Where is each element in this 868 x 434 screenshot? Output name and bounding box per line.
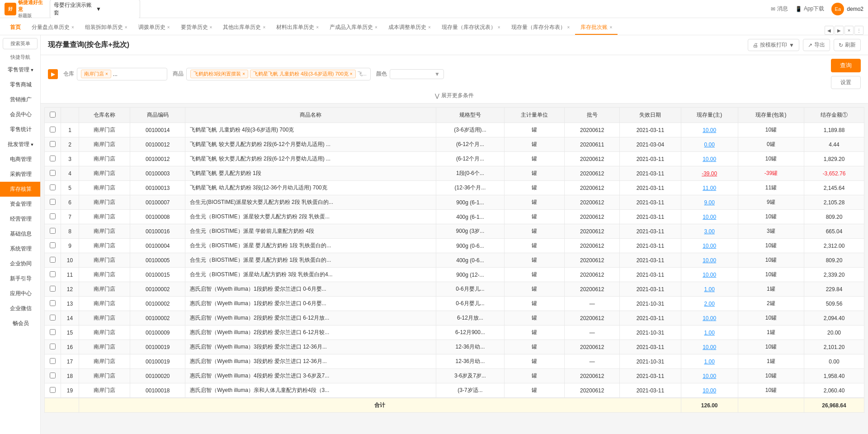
sidebar-item-ecommerce[interactable]: 电商管理: [0, 152, 40, 167]
tab-pici[interactable]: 库存批次账 ×: [575, 21, 618, 35]
row-check[interactable]: [45, 297, 61, 311]
filter-expand-arrow[interactable]: ▶: [48, 69, 58, 79]
row-stock-main[interactable]: 10.00: [681, 253, 738, 268]
row-check[interactable]: [45, 340, 61, 354]
product-input[interactable]: 飞鹤奶粉3段闲置摆装 × 飞鹤星飞帆 儿童奶粉 4段(3-6岁适用) 700克 …: [186, 68, 371, 80]
row-check[interactable]: [45, 123, 61, 137]
product-tag-1-close[interactable]: ×: [242, 71, 245, 76]
nav-next-btn[interactable]: ▶: [835, 26, 844, 35]
tab-zuche[interactable]: 组装拆卸单历史 ×: [80, 21, 133, 35]
sidebar-item-wechat[interactable]: 企业微信: [0, 301, 40, 316]
row-check[interactable]: [45, 253, 61, 268]
sidebar-item-shop[interactable]: 零售商城: [0, 77, 40, 92]
tab-xianzai2-close[interactable]: ×: [567, 25, 570, 30]
tab-yaohu-close[interactable]: ×: [210, 25, 212, 30]
color-dropdown[interactable]: ▼: [390, 69, 444, 79]
select-all-checkbox[interactable]: [50, 112, 56, 118]
tab-cailiao-close[interactable]: ×: [316, 25, 319, 30]
row-stock-main[interactable]: 11.00: [681, 181, 738, 195]
nav-prev-btn[interactable]: ◀: [825, 26, 834, 35]
nav-close-btn[interactable]: ×: [844, 26, 854, 35]
setting-btn[interactable]: 设置: [831, 76, 861, 89]
row-stock-main[interactable]: 9.00: [681, 195, 738, 210]
warehouse-tag-close[interactable]: ×: [105, 71, 108, 76]
sidebar-item-wholesale[interactable]: 批发管理 ▼: [0, 137, 40, 152]
row-stock-main[interactable]: 1.00: [681, 354, 738, 369]
product-tag-2-close[interactable]: ×: [350, 71, 353, 76]
sidebar-item-purchase[interactable]: 采购管理: [0, 167, 40, 182]
row-check[interactable]: [45, 239, 61, 253]
row-check[interactable]: [45, 181, 61, 195]
tab-xianzai2[interactable]: 现存量（库存分布表） ×: [506, 21, 576, 35]
row-stock-main[interactable]: 3.00: [681, 224, 738, 239]
row-stock-main[interactable]: 2.00: [681, 297, 738, 311]
sidebar-item-collab[interactable]: 企业协同: [0, 256, 40, 271]
sidebar-item-basic[interactable]: 基础信息: [0, 226, 40, 241]
row-stock-main[interactable]: 10.00: [681, 268, 738, 282]
row-stock-main[interactable]: 10.00: [681, 152, 738, 166]
row-stock-main[interactable]: 10.00: [681, 311, 738, 326]
sidebar-item-inventory[interactable]: 库存核算: [0, 182, 40, 197]
sidebar-item-marketing[interactable]: 营销推广: [0, 92, 40, 107]
tab-fenpan-close[interactable]: ×: [71, 25, 74, 30]
row-check[interactable]: [45, 224, 61, 239]
row-check[interactable]: [45, 311, 61, 326]
row-check[interactable]: [45, 354, 61, 369]
template-print-btn[interactable]: 🖨 按模板打印 ▼: [748, 39, 799, 51]
tab-zuche-close[interactable]: ×: [125, 25, 127, 30]
row-check[interactable]: [45, 195, 61, 210]
row-stock-main[interactable]: 0.00: [681, 137, 738, 152]
row-check[interactable]: [45, 369, 61, 383]
row-check[interactable]: [45, 166, 61, 181]
row-stock-main[interactable]: 1.00: [681, 326, 738, 340]
query-btn[interactable]: 查询: [831, 59, 861, 72]
tab-fenpan[interactable]: 分量盘点单历史 ×: [26, 21, 80, 35]
row-stock-main[interactable]: -39.00: [681, 166, 738, 181]
tab-tiaopi-close[interactable]: ×: [167, 25, 170, 30]
row-stock-main[interactable]: 1.00: [681, 282, 738, 297]
tab-chanpin[interactable]: 产成品入库单历史 ×: [324, 21, 383, 35]
row-check[interactable]: [45, 268, 61, 282]
row-stock-main[interactable]: 10.00: [681, 383, 738, 398]
row-check[interactable]: [45, 152, 61, 166]
row-stock-main[interactable]: 10.00: [681, 123, 738, 137]
sidebar-item-stats[interactable]: 零售统计: [0, 122, 40, 137]
sidebar-item-operation[interactable]: 经营管理: [0, 212, 40, 226]
export-btn[interactable]: ↗ 导出: [803, 39, 830, 51]
refresh-btn[interactable]: ↻ 刷新: [834, 39, 861, 51]
search-menu-btn[interactable]: 搜索英单: [3, 38, 38, 49]
tab-chengben-close[interactable]: ×: [428, 25, 431, 30]
warehouse-input[interactable]: 南岸门店 × ...: [77, 68, 167, 80]
row-check[interactable]: [45, 326, 61, 340]
row-check[interactable]: [45, 210, 61, 224]
filter-expand-btn[interactable]: ⋁ 展开更多条件: [48, 92, 861, 99]
tab-chanpin-close[interactable]: ×: [375, 25, 377, 30]
row-check[interactable]: [45, 282, 61, 297]
th-check[interactable]: [45, 108, 61, 123]
tab-yaohu[interactable]: 要货单历史 ×: [175, 21, 218, 35]
sidebar-item-finance[interactable]: 资金管理: [0, 197, 40, 212]
sidebar-quick-nav[interactable]: 快捷导航: [0, 52, 40, 62]
sidebar-item-guide[interactable]: 新手引导: [0, 271, 40, 286]
sidebar-item-apps[interactable]: 应用中心: [0, 286, 40, 301]
sidebar-item-retail[interactable]: 零售管理 ▼: [0, 62, 40, 77]
row-check[interactable]: [45, 137, 61, 152]
tab-qita[interactable]: 其他出库单历史 ×: [217, 21, 271, 35]
row-stock-main[interactable]: 10.00: [681, 369, 738, 383]
tab-xianzai1-close[interactable]: ×: [498, 25, 500, 30]
sidebar-item-system[interactable]: 系统管理: [0, 241, 40, 256]
tab-xianzai1[interactable]: 现存量（库存状况表） ×: [436, 21, 506, 35]
company-selector[interactable]: 母婴行业演示账套 ▼: [50, 0, 140, 19]
message-btn[interactable]: ✉ 消息: [771, 5, 788, 13]
row-stock-main[interactable]: 10.00: [681, 239, 738, 253]
tab-home[interactable]: 首页: [5, 21, 26, 35]
row-stock-main[interactable]: 10.00: [681, 210, 738, 224]
app-download-btn[interactable]: 📱 App下载: [795, 5, 824, 13]
nav-more-btn[interactable]: ⋮: [854, 26, 863, 35]
row-check[interactable]: [45, 383, 61, 398]
tab-tiaopi[interactable]: 调拨单历史 ×: [133, 21, 175, 35]
tab-cailiao[interactable]: 材料出库单历史 ×: [271, 21, 324, 35]
sidebar-item-vip[interactable]: 畅会员: [0, 316, 40, 331]
tab-qita-close[interactable]: ×: [263, 25, 265, 30]
tab-chengben[interactable]: 成本调整单历史 ×: [383, 21, 436, 35]
